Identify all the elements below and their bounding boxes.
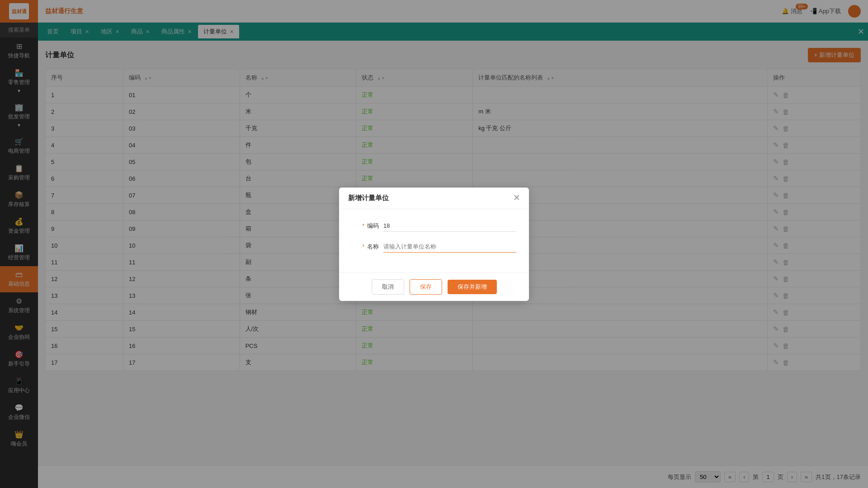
cancel-button[interactable]: 取消 (372, 279, 404, 295)
required-mark: * (362, 243, 364, 250)
form-row-name: * 名称 (352, 241, 516, 253)
modal-body: * 编码 * 名称 (339, 209, 529, 272)
modal-title: 新增计量单位 (348, 194, 389, 202)
modal-overlay[interactable]: 新增计量单位 ✕ * 编码 * 名称 取消 保存 保存并新增 (0, 0, 868, 488)
form-row-code: * 编码 (352, 220, 516, 232)
save-and-new-button[interactable]: 保存并新增 (448, 280, 497, 294)
name-label: * 名称 (352, 243, 379, 251)
modal-header: 新增计量单位 ✕ (339, 188, 529, 209)
name-input[interactable] (383, 241, 516, 253)
required-mark: * (362, 222, 364, 229)
modal-close-button[interactable]: ✕ (513, 194, 520, 202)
save-button[interactable]: 保存 (410, 279, 442, 295)
modal-footer: 取消 保存 保存并新增 (339, 272, 529, 301)
code-label: * 编码 (352, 222, 379, 230)
add-measure-unit-modal: 新增计量单位 ✕ * 编码 * 名称 取消 保存 保存并新增 (339, 188, 529, 301)
code-input[interactable] (383, 220, 516, 232)
